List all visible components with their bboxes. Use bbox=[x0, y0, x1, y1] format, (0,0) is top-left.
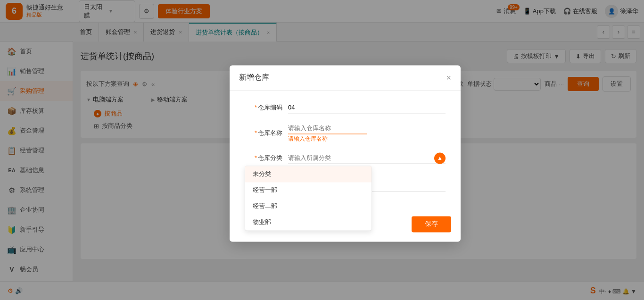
dropdown-item-dept1[interactable]: 经营一部 bbox=[245, 182, 372, 198]
modal-title: 新增仓库 bbox=[239, 73, 269, 83]
modal-body: *仓库编码 *仓库名称 请输入仓库名称 *仓库分类 ▲ bbox=[230, 91, 461, 210]
modal-header: 新增仓库 × bbox=[230, 65, 461, 91]
name-error-msg: 请输入仓库名称 bbox=[288, 135, 446, 143]
dropdown-item-dept3[interactable]: 物业部 bbox=[245, 214, 372, 230]
category-label: *仓库分类 bbox=[245, 154, 282, 162]
form-row-category: *仓库分类 ▲ 未分类 经营一部 经营二部 物业部 bbox=[245, 152, 446, 164]
name-input-wrapper: 请输入仓库名称 bbox=[288, 123, 446, 143]
dropdown-item-unclassified[interactable]: 未分类 bbox=[245, 166, 372, 182]
code-label: *仓库编码 bbox=[245, 103, 282, 112]
category-toggle-button[interactable]: ▲ bbox=[434, 152, 446, 164]
code-input[interactable] bbox=[288, 102, 446, 113]
name-input[interactable] bbox=[288, 123, 367, 134]
form-row-name: *仓库名称 请输入仓库名称 bbox=[245, 123, 446, 143]
name-required-star: * bbox=[255, 129, 257, 136]
category-input[interactable] bbox=[288, 152, 446, 164]
form-row-code: *仓库编码 bbox=[245, 102, 446, 113]
category-required-star: * bbox=[255, 154, 257, 161]
save-button[interactable]: 保存 bbox=[412, 216, 451, 232]
code-required-star: * bbox=[255, 104, 257, 111]
name-label: *仓库名称 bbox=[245, 129, 282, 137]
category-input-wrapper: ▲ 未分类 经营一部 经营二部 物业部 bbox=[288, 152, 446, 164]
modal-close-button[interactable]: × bbox=[446, 74, 451, 82]
category-dropdown: 未分类 经营一部 经营二部 物业部 bbox=[245, 166, 372, 231]
add-warehouse-modal: 新增仓库 × *仓库编码 *仓库名称 请输入仓库名称 bbox=[230, 65, 461, 242]
dropdown-item-dept2[interactable]: 经营二部 bbox=[245, 198, 372, 214]
